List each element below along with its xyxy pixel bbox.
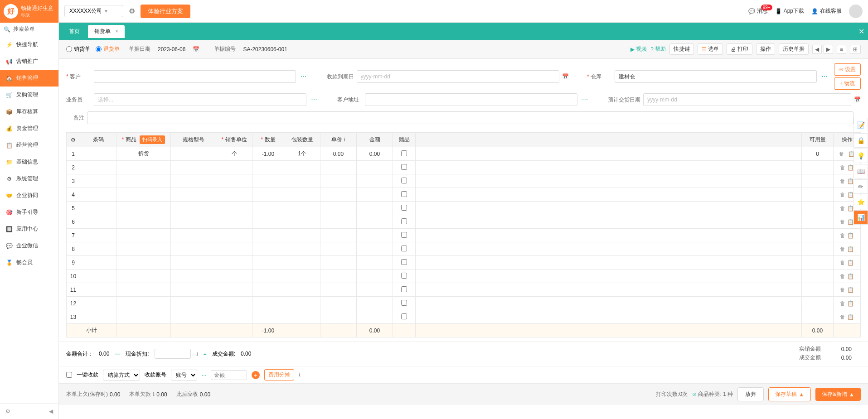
radio-return-input[interactable] <box>96 46 102 52</box>
customer-dots-icon[interactable]: ··· <box>299 72 308 81</box>
copy-icon-6[interactable]: 📋 <box>847 219 854 225</box>
delete-icon-2[interactable]: 🗑 <box>840 164 845 171</box>
tab-close-icon[interactable]: × <box>115 28 118 34</box>
payment-amount-input[interactable] <box>211 370 247 380</box>
tab-home[interactable]: 首页 <box>63 25 86 38</box>
remark-input[interactable] <box>87 111 853 124</box>
copy-icon-8[interactable]: 📋 <box>847 246 854 252</box>
sidebar-item-marketing[interactable]: 📢 营销推广 <box>0 53 58 70</box>
float-icon-7[interactable]: 📊 <box>853 210 868 225</box>
delete-icon-7[interactable]: 🗑 <box>840 232 845 239</box>
customer-addr-dots-icon[interactable]: ··· <box>580 96 590 104</box>
salesperson-input[interactable] <box>94 93 306 106</box>
float-icon-2[interactable]: 🔒 <box>853 133 868 148</box>
gift-checkbox-11[interactable] <box>401 286 407 292</box>
expected-date-input[interactable] <box>643 93 851 106</box>
save-draft-chevron[interactable]: ▲ <box>799 391 804 398</box>
save-new-button[interactable]: 保存&新增 ▲ <box>815 388 861 401</box>
message-button[interactable]: 💬 消息 99+ <box>748 7 768 15</box>
gift-checkbox-9[interactable] <box>401 259 407 265</box>
gift-checkbox-5[interactable] <box>401 205 407 211</box>
topbar-gear-icon[interactable]: ⚙ <box>127 5 137 17</box>
float-icon-5[interactable]: ✏ <box>853 179 868 194</box>
gift-checkbox-6[interactable] <box>401 218 407 224</box>
delete-icon-8[interactable]: 🗑 <box>840 246 845 252</box>
operation-btn[interactable]: 操作 <box>756 43 775 55</box>
sidebar-item-app-center[interactable]: 🔲 应用中心 <box>0 221 58 237</box>
gift-checkbox-12[interactable] <box>401 300 407 306</box>
add-payment-btn[interactable]: + <box>252 371 260 379</box>
trial-button[interactable]: 体验行业方案 <box>141 5 190 18</box>
expense-btn[interactable]: 费用分摊 <box>264 369 294 380</box>
save-draft-button[interactable]: 保存草稿 ▲ <box>768 387 811 401</box>
gift-checkbox-4[interactable] <box>401 191 407 197</box>
search-menu[interactable]: 🔍 搜索菜单 <box>0 23 58 36</box>
app-download-button[interactable]: 📱 App下载 <box>775 7 804 15</box>
sidebar-collapse-icon[interactable]: ◀ <box>49 408 53 414</box>
copy-icon-9[interactable]: 📋 <box>847 260 854 266</box>
sidebar-item-quick-nav[interactable]: ⚡ 快捷导航 <box>0 36 58 53</box>
setting-button[interactable]: ⊙ 设置 <box>834 63 861 76</box>
scan-btn[interactable]: 扫码录入 <box>140 135 165 144</box>
shortcut-btn[interactable]: 快捷键 <box>669 43 694 55</box>
delete-icon-9[interactable]: 🗑 <box>840 260 845 266</box>
copy-icon-10[interactable]: 📋 <box>847 273 854 279</box>
sidebar-item-guide[interactable]: 🎯 新手引导 <box>0 204 58 221</box>
print-btn[interactable]: 🖨 打印 <box>727 43 752 55</box>
radio-sale-input[interactable] <box>66 46 72 52</box>
warehouse-dots-icon[interactable]: ··· <box>820 72 829 81</box>
prev-arrow[interactable]: ◀ <box>812 45 822 54</box>
payment-method-select[interactable]: 结算方式 <box>103 370 140 380</box>
th-gear[interactable]: ⚙ <box>67 133 80 147</box>
video-link[interactable]: ▶ 视频 <box>630 45 647 53</box>
row-barcode-1[interactable] <box>80 147 116 161</box>
help-link[interactable]: ? 帮助 <box>650 45 666 53</box>
sidebar-item-system[interactable]: ⚙ 系统管理 <box>0 170 58 187</box>
copy-icon-7[interactable]: 📋 <box>847 232 854 239</box>
delete-icon-6[interactable]: 🗑 <box>840 219 845 225</box>
delete-icon-11[interactable]: 🗑 <box>840 287 845 293</box>
online-service-button[interactable]: 👤 在线客服 <box>811 7 842 15</box>
expected-date-cal-icon[interactable]: 📅 <box>854 96 861 103</box>
logistics-button[interactable]: + 物流 <box>834 77 861 90</box>
delete-icon-5[interactable]: 🗑 <box>840 205 845 212</box>
user-avatar[interactable] <box>849 5 863 18</box>
payment-date-cal-icon[interactable]: 📅 <box>562 73 569 80</box>
discount-input[interactable] <box>155 349 191 359</box>
copy-icon-2[interactable]: 📋 <box>847 164 854 171</box>
delete-icon-3[interactable]: 🗑 <box>840 178 845 184</box>
copy-icon-4[interactable]: 📋 <box>847 192 854 198</box>
radio-sale-order[interactable]: 销货单 <box>66 45 90 53</box>
delete-icon-1[interactable]: 🗑 <box>839 151 844 157</box>
sidebar-item-inventory[interactable]: 📦 库存核算 <box>0 103 58 120</box>
payment-date-input[interactable] <box>357 70 560 83</box>
next-arrow[interactable]: ▶ <box>824 45 833 54</box>
company-selector[interactable]: XXXXXX公司 ▼ <box>64 5 123 17</box>
gift-checkbox-1[interactable] <box>401 150 407 156</box>
row-price-1[interactable]: 0.00 <box>320 147 357 161</box>
sidebar-settings-icon[interactable]: ⚙ <box>5 408 10 414</box>
sidebar-item-purchase[interactable]: 🛒 采购管理 <box>0 87 58 103</box>
delete-icon-13[interactable]: 🗑 <box>840 314 845 320</box>
copy-icon-5[interactable]: 📋 <box>847 205 854 212</box>
copy-icon-12[interactable]: 📋 <box>847 300 854 307</box>
float-icon-3[interactable]: 💡 <box>853 149 868 163</box>
gift-checkbox-8[interactable] <box>401 246 407 251</box>
sidebar-item-enterprise[interactable]: 🤝 企业协同 <box>0 187 58 204</box>
gift-checkbox-7[interactable] <box>401 232 407 238</box>
gift-checkbox-10[interactable] <box>401 273 407 279</box>
row-spec-1[interactable] <box>171 147 216 161</box>
abandon-button[interactable]: 放弃 <box>737 387 764 401</box>
salesperson-dots-icon[interactable]: ··· <box>309 96 319 104</box>
sidebar-item-operation[interactable]: 📋 经营管理 <box>0 137 58 154</box>
gift-checkbox-3[interactable] <box>401 178 407 183</box>
sidebar-item-finance[interactable]: 💰 资金管理 <box>0 120 58 137</box>
save-new-chevron[interactable]: ▲ <box>849 391 854 398</box>
sidebar-item-basic[interactable]: 📁 基础信息 <box>0 154 58 170</box>
tabbar-close-icon[interactable]: ✕ <box>858 27 864 36</box>
warehouse-input[interactable] <box>615 70 817 83</box>
gift-checkbox-2[interactable] <box>401 164 407 170</box>
gift-checkbox-13[interactable] <box>401 313 407 319</box>
float-icon-1[interactable]: 📝 <box>853 118 868 132</box>
delete-icon-10[interactable]: 🗑 <box>840 273 845 279</box>
